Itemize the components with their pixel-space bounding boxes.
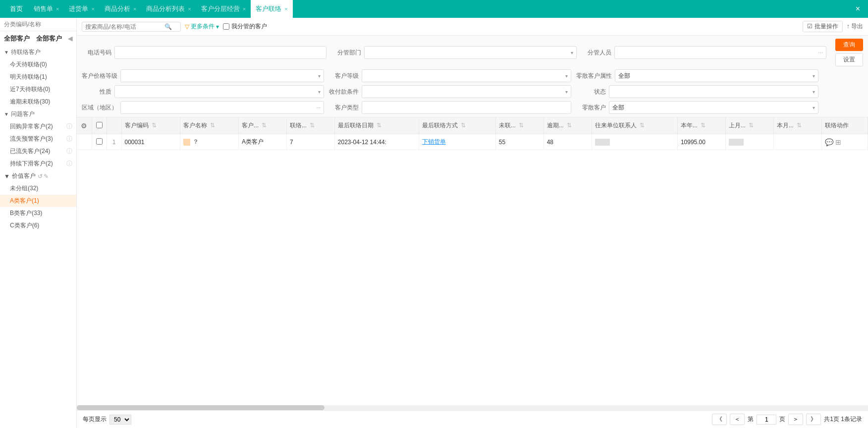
sidebar-item-b-class[interactable]: B类客户(33) [0, 207, 76, 219]
sidebar-item-declining[interactable]: 持续下滑客户(2) ⓘ [0, 158, 76, 170]
chevron-down-icon: ▾ [216, 23, 219, 30]
customer-grade-select[interactable]: ▾ [362, 69, 571, 82]
customer-type-select[interactable] [362, 101, 571, 114]
sidebar-search-input[interactable] [4, 21, 77, 28]
cell-action: 💬 ⊞ [821, 134, 868, 150]
my-customers-checkbox-wrap: 我分管的客户 [223, 22, 267, 31]
sidebar-item-ungroup[interactable]: 未分组(32) [0, 182, 76, 195]
top-navigation: 首页 销售单 × 进货单 × 商品分析 × 商品分析列表 × 客户分层经营 × … [0, 0, 868, 18]
advanced-filter-panel: 电话号码 分管部门 ▾ 分管人员 ··· 查询 [77, 36, 868, 117]
col-last-month[interactable]: 上月... ⇅ [725, 117, 773, 134]
info-icon-3: ⓘ [66, 147, 72, 156]
search-input[interactable] [85, 23, 164, 30]
nav-tab-purchase[interactable]: 进货单 × [64, 0, 99, 18]
sidebar-item-today[interactable]: 今天待联络(0) [0, 58, 76, 71]
sidebar-item-churn-warning[interactable]: 流失预警客户(3) ⓘ [0, 133, 76, 145]
col-type[interactable]: 客户... ⇅ [239, 117, 287, 134]
horizontal-scrollbar[interactable] [77, 405, 868, 410]
export-btn[interactable]: ↑ 导出 [847, 22, 863, 31]
sidebar-item-lost[interactable]: 已流失客户(24) ⓘ [0, 145, 76, 158]
status-select[interactable]: ▾ [609, 85, 818, 98]
select-all-checkbox[interactable] [96, 122, 103, 128]
sidebar-item-repurchase[interactable]: 回购异常客户(2) ⓘ [0, 120, 76, 133]
first-page-btn[interactable]: 《 [712, 414, 727, 425]
nav-tab-product-list[interactable]: 商品分析列表 × [141, 0, 196, 18]
settings-button[interactable]: 设置 [835, 53, 863, 66]
col-last-date[interactable]: 最后联络日期 ⇅ [334, 117, 419, 134]
price-grade-select[interactable]: ▾ [120, 69, 324, 82]
sidebar-item-overdue[interactable]: 逾期未联络(30) [0, 96, 76, 108]
last-method-link[interactable]: 下销货单 [422, 138, 446, 145]
region-select[interactable]: ··· [120, 101, 324, 114]
col-gear[interactable]: ⚙ [77, 117, 92, 134]
customer-type-label: 客户类型 [329, 104, 359, 112]
cell-overdue: 48 [543, 134, 592, 150]
per-page-select[interactable]: 50 [109, 415, 131, 425]
manager-input[interactable]: ··· [614, 46, 826, 59]
sidebar-item-tomorrow[interactable]: 明天待联络(1) [0, 71, 76, 83]
section-problem-customers[interactable]: ▼ 问题客户 [0, 108, 76, 120]
col-overdue[interactable]: 逾期... ⇅ [543, 117, 592, 134]
chat-icon[interactable]: 💬 [825, 138, 833, 146]
my-customers-checkbox[interactable] [223, 23, 229, 30]
phone-input[interactable] [114, 46, 326, 59]
col-no-contact[interactable]: 未联... ⇅ [495, 117, 543, 134]
cell-no-contact: 55 [495, 134, 543, 150]
grid-icon[interactable]: ⊞ [835, 138, 841, 146]
filter-phone: 电话号码 [82, 46, 326, 59]
more-filters-btn[interactable]: ▽ 更多条件 ▾ [185, 22, 219, 31]
sidebar-item-c-class[interactable]: C类客户(6) [0, 219, 76, 232]
sidebar-item-a-class[interactable]: A类客户(1) [0, 195, 76, 207]
sort-last-month: ⇅ [749, 122, 754, 129]
close-tab-customer-ops[interactable]: × [243, 6, 246, 12]
col-name[interactable]: 客户名称 ⇅ [180, 117, 238, 134]
section-value-customers[interactable]: ▼ 价值客户 ↺ ✎ [0, 170, 76, 182]
all-customers-header[interactable]: 全部客户 全部客户 ◀ [0, 31, 76, 46]
refresh-icon[interactable]: ↺ [38, 173, 43, 180]
col-contact[interactable]: 联络... ⇅ [286, 117, 334, 134]
nav-tab-sales[interactable]: 销售单 × [29, 0, 64, 18]
col-check[interactable] [92, 117, 107, 134]
col-last-method[interactable]: 最后联络方式 ⇅ [419, 117, 495, 134]
nav-tab-customer-contact[interactable]: 客户联络 × [251, 0, 292, 18]
nature-select[interactable]: ▾ [114, 85, 324, 98]
row-checkbox[interactable] [96, 138, 103, 145]
sidebar-collapse-icon[interactable]: ◀ [68, 35, 72, 42]
sidebar-item-7days[interactable]: 近7天待联络(0) [0, 83, 76, 96]
next-page-btn[interactable]: ＞ [788, 414, 803, 425]
payment-select[interactable]: ▾ [362, 85, 571, 98]
close-tab-purchase[interactable]: × [91, 6, 94, 12]
col-this-month[interactable]: 本月... ⇅ [773, 117, 821, 134]
nav-home[interactable]: 首页 [4, 4, 29, 13]
nav-tab-product-analysis[interactable]: 商品分析 × [100, 0, 141, 18]
window-close-button[interactable]: × [852, 4, 864, 13]
close-tab-product-list[interactable]: × [188, 6, 191, 12]
prev-page-btn[interactable]: ＜ [730, 414, 745, 425]
cell-check[interactable] [92, 134, 107, 150]
dept-select[interactable]: ▾ [364, 46, 576, 59]
search-icon[interactable]: 🔍 [164, 23, 172, 30]
close-tab-product-analysis[interactable]: × [133, 6, 136, 12]
batch-operation-btn[interactable]: ☑ 批量操作 [803, 21, 842, 32]
query-button[interactable]: 查询 [835, 39, 863, 51]
nav-tab-customer-ops[interactable]: 客户分层经营 × [196, 0, 251, 18]
gear-icon[interactable]: ⚙ [81, 122, 87, 130]
filter-retail: 零散客户 全部 ▾ [576, 101, 818, 114]
pagination-left: 每页显示 50 [83, 415, 131, 425]
close-tab-customer-contact[interactable]: × [284, 6, 287, 12]
col-this-year[interactable]: 本年... ⇅ [677, 117, 725, 134]
last-page-btn[interactable]: 》 [806, 414, 821, 425]
retail-select[interactable]: 全部 ▾ [609, 101, 818, 114]
sort-name: ⇅ [210, 122, 215, 129]
col-contact-person[interactable]: 往来单位联系人 ⇅ [592, 117, 677, 134]
chevron-payment: ▾ [565, 89, 568, 95]
page-number-input[interactable] [757, 415, 776, 425]
edit-icon[interactable]: ✎ [44, 173, 49, 180]
cell-last-method[interactable]: 下销货单 [419, 134, 495, 150]
retail-attr-select[interactable]: 全部 ▾ [615, 69, 818, 82]
close-tab-sales[interactable]: × [56, 6, 59, 12]
section-pending-contact[interactable]: ▼ 待联络客户 [0, 46, 76, 58]
scrollbar-thumb[interactable] [77, 405, 325, 410]
all-customers-label: 全部客户 [4, 34, 30, 43]
col-code[interactable]: 客户编码 ⇅ [121, 117, 180, 134]
